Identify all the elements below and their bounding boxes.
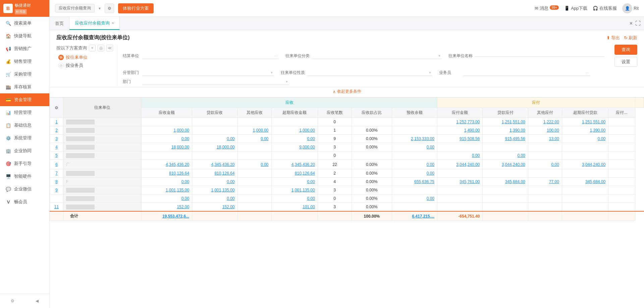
- tab-home[interactable]: 首页: [50, 17, 69, 30]
- online-service-button[interactable]: 🎧 在线客服: [593, 5, 617, 11]
- prepaid-cell[interactable]: 0.00: [392, 143, 437, 151]
- row-num[interactable]: 6: [50, 160, 63, 169]
- sidebar-item-wechat[interactable]: 💬 企业微信: [0, 183, 49, 195]
- filter-collapse-button[interactable]: ∧ 收起更多条件: [50, 87, 644, 97]
- other-rec-cell[interactable]: 0.00: [237, 160, 271, 169]
- export-button[interactable]: ⬆ 导出: [606, 35, 620, 41]
- loan-rec-cell[interactable]: 4,345,436.20: [192, 160, 237, 169]
- row-num[interactable]: 4: [50, 143, 63, 151]
- sidebar-item-marketing[interactable]: 📢 营销推广: [0, 42, 49, 55]
- sidebar-item-sales[interactable]: 💰 销售管理: [0, 55, 49, 68]
- row-num[interactable]: 1: [50, 118, 63, 126]
- overdue-rec-cell[interactable]: 0.00: [271, 135, 318, 143]
- loan-rec-cell[interactable]: 1,001,135.00: [192, 186, 237, 194]
- rec-amount-cell[interactable]: 0.00: [142, 178, 192, 186]
- prepaid-cell[interactable]: 655,636.75: [392, 178, 437, 186]
- filter-circle-button[interactable]: ◎: [98, 45, 104, 51]
- rec-amount-cell[interactable]: 4,345,436.20: [142, 160, 192, 169]
- sidebar-item-inventory[interactable]: 🏬 库存核算: [0, 81, 49, 93]
- pay-amount-cell[interactable]: 345,761.00: [437, 178, 483, 186]
- query-button[interactable]: 查询: [614, 45, 637, 55]
- tab-maximize-button[interactable]: ⛶: [635, 20, 641, 27]
- overdue-rec-cell[interactable]: 810,126.64: [271, 169, 318, 178]
- rec-count-cell[interactable]: 1: [318, 126, 352, 135]
- loan-rec-cell[interactable]: 0.00: [192, 194, 237, 203]
- th-settings[interactable]: ⚙: [50, 98, 63, 118]
- sidebar-item-vip[interactable]: V 畅会员: [0, 195, 49, 208]
- sidebar-item-enterprise[interactable]: 🏢 企业协同: [0, 144, 49, 157]
- topbar-gear-button[interactable]: ⚙: [105, 4, 114, 13]
- row-num[interactable]: 9: [50, 186, 63, 194]
- rec-ratio-cell[interactable]: 0.00%: [352, 203, 392, 212]
- pay-amount-cell[interactable]: 1,252,773.00: [437, 118, 483, 126]
- filter-scheme-item-salesman[interactable]: ◷ 按业务员: [56, 61, 113, 70]
- sidebar-item-quick-nav[interactable]: 🏠 快捷导航: [0, 30, 49, 42]
- other-pay-cell[interactable]: 13.00: [528, 135, 562, 143]
- overdue-pay-cell[interactable]: 0.00: [562, 135, 608, 143]
- overdue-rec-cell[interactable]: 0.00: [271, 194, 318, 203]
- rec-ratio-cell[interactable]: 0.00%: [352, 169, 392, 178]
- other-rec-cell[interactable]: 0.00: [237, 135, 271, 143]
- sidebar-collapse-button[interactable]: ◀: [33, 297, 41, 305]
- data-table-wrapper[interactable]: ⚙ 往来单位 应收 应付 应收金额 贷款应收 其他应收 超期应收金额 应收笔数 …: [50, 97, 644, 308]
- row-num[interactable]: 7: [50, 169, 63, 178]
- rec-count-cell[interactable]: 0: [318, 151, 352, 160]
- set-button[interactable]: 设置: [614, 57, 637, 67]
- loan-rec-cell[interactable]: 810,126.64: [192, 169, 237, 178]
- prepaid-cell[interactable]: 2,153,333.00: [392, 135, 437, 143]
- pay-amount-cell[interactable]: 0.00: [437, 151, 483, 160]
- refresh-button[interactable]: ↻ 刷新: [624, 35, 637, 41]
- other-pay-cell[interactable]: 1,222.00: [528, 118, 562, 126]
- rec-ratio-cell[interactable]: 0.00%: [352, 160, 392, 169]
- rec-count-cell[interactable]: 3: [318, 203, 352, 212]
- loan-pay-cell[interactable]: 0.00: [483, 151, 528, 160]
- sidebar-settings-button[interactable]: ⚙: [8, 297, 17, 305]
- prepaid-cell[interactable]: 0.00: [392, 160, 437, 169]
- rec-count-cell[interactable]: 3: [318, 186, 352, 194]
- row-num[interactable]: 5: [50, 151, 63, 160]
- tab-close-button[interactable]: ×: [112, 21, 114, 26]
- partner-category-select[interactable]: ▾: [312, 53, 441, 59]
- rec-amount-cell[interactable]: 152.00: [142, 203, 192, 212]
- rec-amount-cell[interactable]: 1,001,135.00: [142, 186, 192, 194]
- messages-button[interactable]: ✉ 消息 99+: [535, 5, 559, 11]
- loan-pay-cell[interactable]: 915,495.56: [483, 135, 528, 143]
- row-num[interactable]: 11: [50, 203, 63, 212]
- department-select[interactable]: ▾: [142, 79, 289, 85]
- row-num[interactable]: 3: [50, 135, 63, 143]
- overdue-rec-cell[interactable]: 1,001,135.00: [271, 186, 318, 194]
- sidebar-item-basic-info[interactable]: 📋 基础信息: [0, 119, 49, 132]
- rec-count-cell[interactable]: 9: [318, 135, 352, 143]
- settings-icon[interactable]: ⚙: [55, 105, 58, 110]
- overdue-pay-cell[interactable]: 345,684.00: [562, 178, 608, 186]
- other-pay-cell[interactable]: 100.00: [528, 126, 562, 135]
- row-num[interactable]: 2: [50, 126, 63, 135]
- app-download-button[interactable]: 📱 App下载: [564, 5, 587, 11]
- topbar-dropdown-arrow[interactable]: ▾: [99, 6, 101, 11]
- overdue-rec-cell[interactable]: 101.00: [271, 203, 318, 212]
- salesman-input[interactable]: ···: [463, 70, 590, 76]
- overdue-pay-cell[interactable]: 1,251,551.00: [562, 118, 608, 126]
- settlement-unit-input[interactable]: ···: [142, 53, 279, 59]
- rec-ratio-cell[interactable]: 0.00%: [352, 143, 392, 151]
- loan-rec-cell[interactable]: 18,000.00: [192, 143, 237, 151]
- loan-pay-cell[interactable]: 1,390.00: [483, 126, 528, 135]
- rec-count-cell[interactable]: 22: [318, 160, 352, 169]
- rec-amount-cell[interactable]: 810,126.64: [142, 169, 192, 178]
- sidebar-item-business[interactable]: 📊 经营管理: [0, 106, 49, 119]
- pay-amount-cell[interactable]: 3,044,240.00: [437, 160, 483, 169]
- tab-close-all-button[interactable]: ×: [630, 20, 633, 27]
- other-pay-cell[interactable]: 0.00: [528, 160, 562, 169]
- rec-amount-cell[interactable]: 0.00: [142, 194, 192, 203]
- solution-button[interactable]: 体验行业方案: [118, 3, 154, 13]
- rec-ratio-cell[interactable]: 0.00%: [352, 194, 392, 203]
- other-rec-cell[interactable]: 1,000.00: [237, 126, 271, 135]
- overdue-pay-cell[interactable]: 1,390.00: [562, 126, 608, 135]
- loan-pay-cell[interactable]: 3,044,240.00: [483, 160, 528, 169]
- sidebar-item-hardware[interactable]: 🖥️ 智能硬件: [0, 170, 49, 183]
- partner-nature-select[interactable]: ▾: [307, 70, 432, 76]
- rec-ratio-cell[interactable]: 0.00%: [352, 126, 392, 135]
- rec-count-cell[interactable]: 0: [318, 118, 352, 126]
- rec-amount-cell[interactable]: 0.00: [142, 135, 192, 143]
- rec-count-cell[interactable]: 3: [318, 143, 352, 151]
